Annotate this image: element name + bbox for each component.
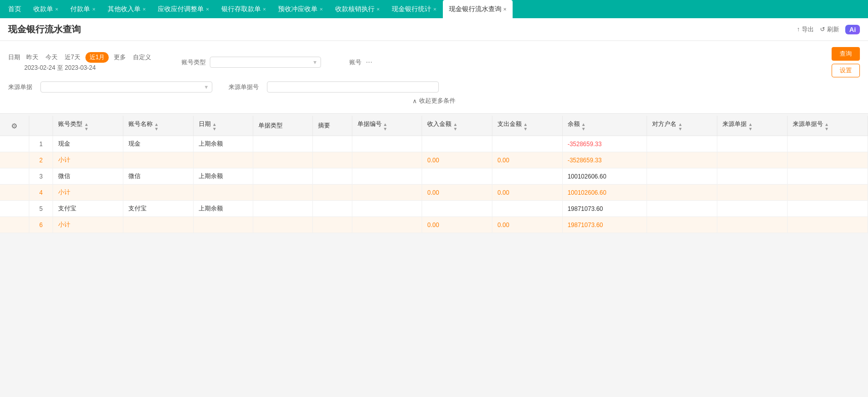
table-cell <box>787 152 867 168</box>
date-opt-7days[interactable]: 近7天 <box>63 52 82 63</box>
col-expense: 支出金额▲▼ <box>492 116 562 136</box>
nav-close-ar-adjust[interactable]: × <box>206 6 209 12</box>
table-cell <box>787 201 867 217</box>
table-cell: 100102606.60 <box>562 185 647 201</box>
account-no-ellipsis[interactable]: ··· <box>366 58 372 67</box>
nav-item-ar-adjust[interactable]: 应收应付调整单 × <box>152 0 215 18</box>
table-cell: 0.00 <box>492 185 562 201</box>
table-row: 3微信微信上期余额100102606.60 <box>0 168 868 185</box>
table-cell <box>313 168 352 185</box>
date-options: 昨天 今天 近7天 近1月 更多 自定义 <box>24 52 153 63</box>
data-table: ⚙ 账号类型▲▼ 账号名称▲▼ 日期▲▼ 单据类型 摘要 单据编号▲▼ <box>0 116 868 233</box>
table-cell: 上期余额 <box>193 168 253 185</box>
nav-close-bank-stats[interactable]: × <box>433 6 436 12</box>
export-button[interactable]: ↑ 导出 <box>797 25 814 34</box>
nav-close-receipts[interactable]: × <box>55 6 58 12</box>
date-opt-custom[interactable]: 自定义 <box>131 52 153 63</box>
table-cell <box>717 136 787 152</box>
table-cell: 0.00 <box>492 152 562 168</box>
nav-item-bank-deposits[interactable]: 银行存取款单 × <box>215 0 272 18</box>
nav-item-bank-flow[interactable]: 现金银行流水查询 × <box>443 0 513 18</box>
settings-icon[interactable]: ⚙ <box>11 122 18 130</box>
table-cell: 支付宝 <box>123 201 194 217</box>
table-cell <box>787 136 867 152</box>
ai-badge: Ai <box>845 25 860 34</box>
table-cell <box>0 185 29 201</box>
nav-item-writeoff[interactable]: 收款核销执行 × <box>329 0 386 18</box>
table-cell <box>717 201 787 217</box>
col-counterparty: 对方户名▲▼ <box>647 116 717 136</box>
table-cell <box>647 201 717 217</box>
date-opt-today[interactable]: 今天 <box>43 52 60 63</box>
table-cell <box>313 136 352 152</box>
table-cell <box>352 185 422 201</box>
nav-close-payments[interactable]: × <box>92 6 95 12</box>
sort-icon[interactable]: ▲▼ <box>212 122 217 131</box>
date-opt-1month[interactable]: 近1月 <box>85 52 109 63</box>
nav-close-bank-flow[interactable]: × <box>504 6 507 12</box>
settings-button[interactable]: 设置 <box>832 64 860 77</box>
nav-item-prepayment[interactable]: 预收冲应收单 × <box>272 0 329 18</box>
table-cell: 0.00 <box>422 185 492 201</box>
nav-close-other-income[interactable]: × <box>143 6 146 12</box>
sort-icon[interactable]: ▲▼ <box>84 122 88 131</box>
table-cell <box>193 217 253 233</box>
sort-icon[interactable]: ▲▼ <box>581 122 586 131</box>
table-cell <box>253 168 313 185</box>
sort-icon[interactable]: ▲▼ <box>383 122 388 131</box>
table-cell <box>422 201 492 217</box>
table-cell: 微信 <box>123 168 194 185</box>
collapse-button[interactable]: ∧ 收起更多条件 <box>8 95 860 107</box>
date-opt-more[interactable]: 更多 <box>112 52 128 63</box>
date-opt-yesterday[interactable]: 昨天 <box>24 52 40 63</box>
account-type-select[interactable]: ▾ <box>210 57 321 68</box>
col-income: 收入金额▲▼ <box>422 116 492 136</box>
nav-item-home[interactable]: 首页 <box>2 0 27 18</box>
sort-icon[interactable]: ▲▼ <box>678 122 682 131</box>
table-cell: 上期余额 <box>193 201 253 217</box>
table-cell: 0.00 <box>492 217 562 233</box>
col-row-no <box>29 116 53 136</box>
table-cell <box>193 185 253 201</box>
sort-icon[interactable]: ▲▼ <box>825 122 829 131</box>
sort-icon[interactable]: ▲▼ <box>154 122 159 131</box>
table-cell <box>492 201 562 217</box>
export-icon: ↑ <box>797 26 800 33</box>
nav-close-prepayment[interactable]: × <box>319 6 323 12</box>
col-gear: ⚙ <box>0 116 29 136</box>
table-cell: 19871073.60 <box>562 217 647 233</box>
table-cell <box>0 168 29 185</box>
table-cell <box>313 201 352 217</box>
nav-item-other-income[interactable]: 其他收入单 × <box>102 0 152 18</box>
table-cell <box>717 152 787 168</box>
sort-icon[interactable]: ▲▼ <box>748 122 753 131</box>
table-cell <box>647 217 717 233</box>
table-cell: 现金 <box>123 136 194 152</box>
table-cell <box>787 217 867 233</box>
table-cell <box>313 217 352 233</box>
table-cell <box>313 185 352 201</box>
source-doc-select[interactable]: ▾ <box>40 81 212 93</box>
table-cell <box>0 201 29 217</box>
source-doc-no-input[interactable] <box>267 81 439 93</box>
nav-item-receipts[interactable]: 收款单 × <box>27 0 64 18</box>
table-cell: 5 <box>29 201 53 217</box>
header-actions: ↑ 导出 ↺ 刷新 Ai <box>797 25 860 34</box>
refresh-button[interactable]: ↺ 刷新 <box>820 25 839 34</box>
sort-icon[interactable]: ▲▼ <box>453 122 458 131</box>
table-cell <box>253 136 313 152</box>
sort-icon[interactable]: ▲▼ <box>523 122 528 131</box>
nav-close-bank-deposits[interactable]: × <box>263 6 266 12</box>
query-button[interactable]: 查询 <box>832 47 860 61</box>
nav-item-bank-stats[interactable]: 现金银行统计 × <box>386 0 442 18</box>
table-cell <box>492 168 562 185</box>
table-cell <box>787 185 867 201</box>
chevron-down-icon-2: ▾ <box>205 83 208 91</box>
page-title: 现金银行流水查询 <box>8 23 81 35</box>
col-account-name: 账号名称▲▼ <box>123 116 194 136</box>
nav-item-payments[interactable]: 付款单 × <box>64 0 101 18</box>
table-cell <box>717 185 787 201</box>
nav-close-writeoff[interactable]: × <box>377 6 380 12</box>
table-cell: 0.00 <box>422 152 492 168</box>
table-cell <box>647 152 717 168</box>
